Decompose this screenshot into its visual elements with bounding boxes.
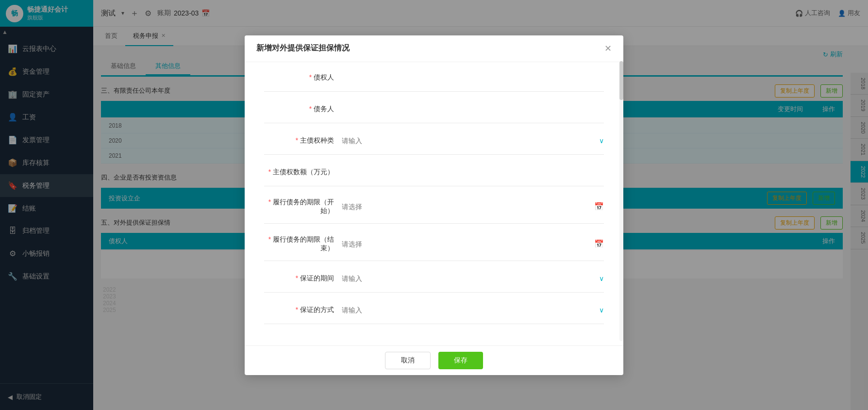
form-row-claim-amount: * 主债权数额（万元） — [264, 166, 604, 186]
form-row-guarantee-period: * 保证的期间 ∨ — [264, 273, 604, 293]
dialog-scrollbar[interactable] — [619, 61, 623, 341]
select-wrapper-guarantee-method: ∨ — [342, 304, 604, 316]
dialog-title: 新增对外提供保证担保情况 — [256, 43, 350, 53]
select-guarantee-method[interactable] — [342, 304, 599, 316]
form-row-creditor: * 债权人 — [264, 72, 604, 92]
modal-overlay: 新增对外提供保证担保情况 ✕ * 债权人 * 债务人 — [0, 0, 868, 410]
input-claim-amount[interactable] — [342, 166, 604, 178]
form-row-debt-start: * 履行债务的期限（开始） 📅 — [264, 198, 604, 224]
chevron-down-icon[interactable]: ∨ — [599, 137, 604, 145]
save-button[interactable]: 保存 — [438, 352, 483, 369]
input-creditor[interactable] — [342, 72, 604, 83]
date-input-start[interactable] — [342, 201, 594, 213]
label-claim-type: * 主债权种类 — [264, 136, 342, 145]
cancel-button[interactable]: 取消 — [385, 352, 431, 369]
date-input-end[interactable] — [342, 238, 594, 250]
label-guarantee-method: * 保证的方式 — [264, 306, 342, 314]
dialog-close-button[interactable]: ✕ — [604, 43, 612, 54]
select-wrapper-guarantee-period: ∨ — [342, 273, 604, 284]
calendar-icon-end[interactable]: 📅 — [594, 239, 604, 248]
label-guarantee-period: * 保证的期间 — [264, 274, 342, 283]
form-row-guarantee-method: * 保证的方式 ∨ — [264, 304, 604, 324]
label-claim-amount: * 主债权数额（万元） — [264, 168, 342, 177]
form-row-debtor: * 债务人 — [264, 103, 604, 123]
dialog-footer: 取消 保存 — [245, 345, 623, 375]
label-creditor: * 债权人 — [264, 73, 342, 82]
form-row-claim-type: * 主债权种类 ∨ — [264, 135, 604, 155]
dialog-body: * 债权人 * 债务人 * 主债权种类 — [245, 62, 623, 345]
form-row-debt-end: * 履行债务的期限（结束） 📅 — [264, 235, 604, 261]
date-wrapper-end: 📅 — [342, 238, 604, 250]
label-debt-end: * 履行债务的期限（结束） — [264, 235, 342, 253]
label-debtor: * 债务人 — [264, 105, 342, 114]
select-wrapper-claim-type: ∨ — [342, 135, 604, 147]
select-claim-type[interactable] — [342, 135, 599, 147]
dialog-header: 新增对外提供保证担保情况 ✕ — [245, 35, 623, 62]
chevron-down-icon-period[interactable]: ∨ — [599, 275, 604, 282]
label-debt-start: * 履行债务的期限（开始） — [264, 198, 342, 215]
calendar-icon-start[interactable]: 📅 — [594, 202, 604, 211]
dialog-scrollbar-thumb[interactable] — [619, 61, 623, 100]
select-guarantee-period[interactable] — [342, 273, 599, 284]
chevron-down-icon-method[interactable]: ∨ — [599, 306, 604, 314]
input-debtor[interactable] — [342, 103, 604, 115]
date-wrapper-start: 📅 — [342, 201, 604, 213]
dialog: 新增对外提供保证担保情况 ✕ * 债权人 * 债务人 — [245, 35, 623, 375]
